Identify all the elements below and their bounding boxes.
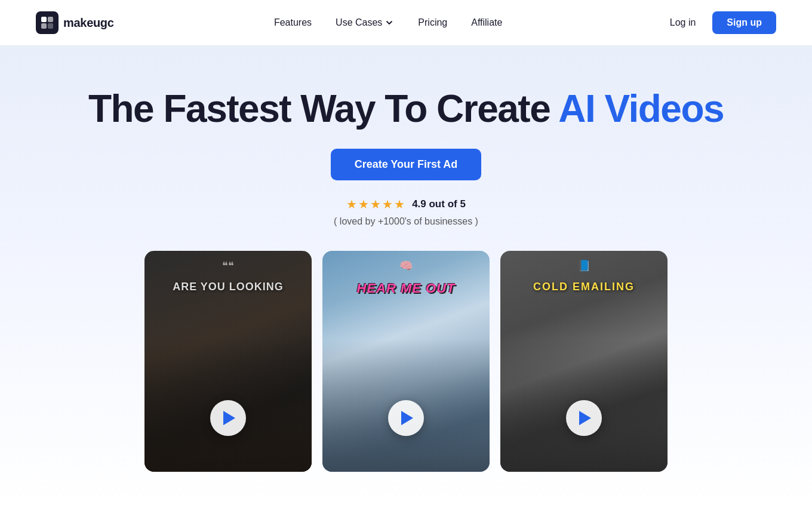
logo-link[interactable]: makeugc bbox=[36, 11, 114, 34]
play-button-2[interactable] bbox=[388, 400, 424, 436]
video-text-2: HEAR ME OUT bbox=[322, 281, 490, 296]
nav-features[interactable]: Features bbox=[274, 17, 312, 27]
navbar: makeugc Features Use Cases Pricing Affil… bbox=[0, 0, 812, 46]
nav-links: Features Use Cases Pricing Affiliate bbox=[274, 17, 502, 28]
rating-value: 4.9 out of 5 bbox=[412, 198, 466, 210]
video-text-1: ARE YOU LOOKING bbox=[144, 281, 312, 293]
signup-button[interactable]: Sign up bbox=[712, 11, 776, 34]
video-card-1: ❝❝ ARE YOU LOOKING bbox=[144, 251, 312, 472]
logo-icon bbox=[36, 11, 59, 34]
star-icons: ★★★★★ bbox=[346, 197, 406, 211]
svg-rect-1 bbox=[48, 17, 53, 22]
chevron-down-icon bbox=[385, 18, 394, 27]
cta-button[interactable]: Create Your First Ad bbox=[331, 149, 482, 180]
video-card-3: 📘 COLD EMAILING bbox=[500, 251, 668, 472]
hero-headline: The Fastest Way To Create AI Videos bbox=[12, 88, 800, 130]
nav-actions: Log in Sign up bbox=[663, 11, 776, 34]
hero-section: The Fastest Way To Create AI Videos Crea… bbox=[0, 46, 812, 502]
video-grid: ❝❝ ARE YOU LOOKING 🧠 HEAR ME OUT 📘 COLD … bbox=[12, 251, 800, 472]
logo-text: makeugc bbox=[63, 16, 114, 30]
nav-affiliate[interactable]: Affiliate bbox=[471, 17, 502, 27]
svg-rect-2 bbox=[41, 23, 47, 29]
svg-rect-3 bbox=[48, 23, 53, 29]
loved-text: ( loved by +1000's of businesses ) bbox=[12, 216, 800, 227]
svg-rect-0 bbox=[41, 17, 47, 22]
video-icon-1: ❝❝ bbox=[222, 259, 234, 272]
play-button-3[interactable] bbox=[566, 400, 602, 436]
rating-row: ★★★★★ 4.9 out of 5 bbox=[12, 197, 800, 211]
login-button[interactable]: Log in bbox=[663, 13, 703, 33]
video-text-3: COLD EMAILING bbox=[500, 281, 668, 293]
nav-use-cases[interactable]: Use Cases bbox=[336, 17, 394, 28]
video-card-2: 🧠 HEAR ME OUT bbox=[322, 251, 490, 472]
play-icon-1 bbox=[223, 411, 235, 425]
nav-pricing[interactable]: Pricing bbox=[418, 17, 447, 27]
play-button-1[interactable] bbox=[210, 400, 246, 436]
video-icon-3: 📘 bbox=[577, 259, 590, 272]
video-icon-2: 🧠 bbox=[399, 259, 413, 272]
play-icon-2 bbox=[401, 411, 413, 425]
play-icon-3 bbox=[579, 411, 591, 425]
